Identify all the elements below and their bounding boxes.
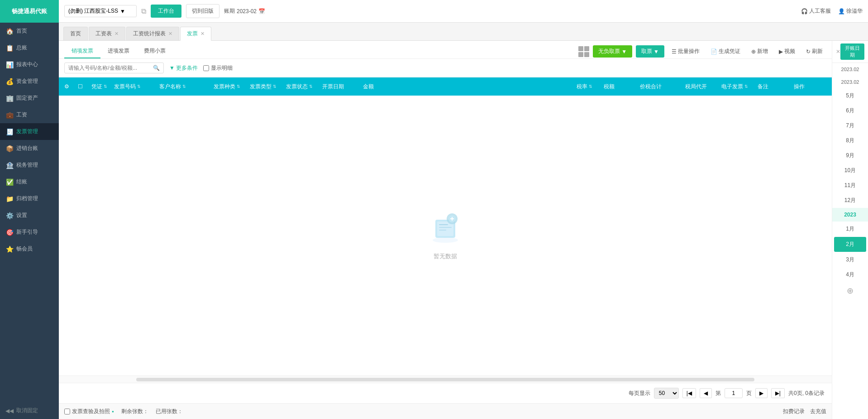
date-month-3[interactable]: 3月 xyxy=(832,252,868,267)
company-selector[interactable]: (勿删) 江西股宝-LSS ▼ xyxy=(64,5,137,17)
service-button[interactable]: 🎧 人工客服 xyxy=(801,7,831,15)
show-detail-label[interactable]: 显示明细 xyxy=(203,64,233,72)
calendar-icon: 📅 xyxy=(258,8,265,14)
archive-icon: 📁 xyxy=(5,195,14,202)
date-month-8[interactable]: 8月 xyxy=(832,133,868,148)
tab-salary[interactable]: 工资表 ✕ xyxy=(89,27,125,40)
used-text: 已用张数： xyxy=(156,408,183,415)
th-customer-label: 客户名称 xyxy=(159,83,181,91)
show-detail-checkbox[interactable] xyxy=(203,65,209,71)
video-button[interactable]: ▶ 视频 xyxy=(775,45,799,58)
sidebar-item-assets[interactable]: 🏢 固定资产 xyxy=(0,90,59,106)
tab-invoice[interactable]: 发票 ✕ xyxy=(180,27,211,41)
close-tab-salary[interactable]: ✕ xyxy=(114,31,119,37)
sidebar-unpin-button[interactable]: ◀◀ 取消固定 xyxy=(0,402,59,419)
scrollbar-track[interactable] xyxy=(136,378,754,381)
search-icon: 🔍 xyxy=(153,65,160,71)
next-page-button[interactable]: ▶ xyxy=(755,388,768,398)
sidebar-item-home[interactable]: 🏠 首页 xyxy=(0,23,59,39)
tab-home[interactable]: 首页 xyxy=(63,27,88,40)
purchase-icon: 📦 xyxy=(5,145,14,152)
deduction-record-link[interactable]: 扣费记录 xyxy=(783,408,805,415)
date-month-6[interactable]: 6月 xyxy=(832,103,868,118)
close-tab-invoice[interactable]: ✕ xyxy=(200,31,205,37)
no-tax-ticket-button[interactable]: 无负取票 ▼ xyxy=(593,45,632,58)
sort-icon[interactable]: ⇅ xyxy=(589,84,592,89)
batch-icon: ☰ xyxy=(672,48,677,55)
first-page-button[interactable]: |◀ xyxy=(682,388,696,398)
sort-icon[interactable]: ⇅ xyxy=(137,84,141,89)
date-month-10[interactable]: 10月 xyxy=(832,163,868,178)
expand-date-icon[interactable]: ⊕ xyxy=(847,286,854,296)
sidebar-item-settings[interactable]: ⚙️ 设置 xyxy=(0,207,59,224)
total-info: 共0页, 0条记录 xyxy=(788,390,825,397)
generate-cert-button[interactable]: 📄 生成凭证 xyxy=(707,45,744,58)
sidebar-item-label: 资金管理 xyxy=(16,77,38,85)
sort-icon[interactable]: ⇅ xyxy=(273,84,277,89)
get-ticket-button[interactable]: 取票 ▼ xyxy=(636,45,664,58)
sidebar-item-member[interactable]: ⭐ 畅会员 xyxy=(0,241,59,257)
check-checkbox[interactable] xyxy=(64,409,70,414)
th-total-label: 价税合计 xyxy=(640,83,662,91)
empty-state: 暂无数据 xyxy=(59,96,832,376)
settings-icon: ⚙️ xyxy=(5,212,14,219)
sidebar-item-archive[interactable]: 📁 归档管理 xyxy=(0,190,59,207)
date-month-1[interactable]: 1月 xyxy=(832,222,868,236)
tab-home-label: 首页 xyxy=(70,30,81,38)
tab-salary-report-label: 工资统计报表 xyxy=(133,30,166,38)
sidebar-item-purchase[interactable]: 📦 进销台账 xyxy=(0,140,59,157)
date-month-5[interactable]: 5月 xyxy=(832,88,868,103)
sub-tab-sales[interactable]: 销项发票 xyxy=(64,44,100,58)
date-panel-close-button[interactable]: ✕ xyxy=(836,48,840,55)
th-checkbox[interactable]: ☐ xyxy=(76,83,90,90)
workspace-button[interactable]: 工作台 xyxy=(151,5,181,18)
sidebar-item-invoice[interactable]: 🧾 发票管理 xyxy=(0,123,59,140)
th-settings[interactable]: ⚙ xyxy=(62,83,76,90)
sub-tab-expense[interactable]: 费用小票 xyxy=(137,44,173,58)
prev-page-button[interactable]: ◀ xyxy=(700,388,712,398)
search-box[interactable]: 🔍 xyxy=(64,63,164,73)
refresh-button[interactable]: ↻ 刷新 xyxy=(802,45,826,58)
date-month-9[interactable]: 9月 xyxy=(832,148,868,163)
sidebar-item-ledger[interactable]: 📋 总账 xyxy=(0,39,59,56)
page-size-select[interactable]: 50 10 20 100 xyxy=(654,388,679,399)
sidebar-item-finance[interactable]: 💰 资金管理 xyxy=(0,73,59,90)
sidebar-item-salary[interactable]: 💼 工资 xyxy=(0,106,59,123)
page-number-input[interactable] xyxy=(725,388,743,398)
more-conditions-button[interactable]: ▼ 更多条件 xyxy=(169,64,198,72)
th-total: 价税合计 xyxy=(638,83,683,91)
open-period-button[interactable]: 开账日期 xyxy=(840,43,864,60)
date-month-11[interactable]: 11月 xyxy=(832,178,868,193)
sub-tab-purchase[interactable]: 进项发票 xyxy=(100,44,137,58)
batch-ops-button[interactable]: ☰ 批量操作 xyxy=(668,45,703,58)
batch-ops-label: 批量操作 xyxy=(678,48,700,55)
topbar: (勿删) 江西股宝-LSS ▼ ⧉ 工作台 切到旧版 账期 2023-02 📅 … xyxy=(59,0,868,23)
sort-icon[interactable]: ⇅ xyxy=(104,84,107,89)
sidebar-item-tax[interactable]: 🏦 税务管理 xyxy=(0,157,59,173)
switch-version-button[interactable]: 切到旧版 xyxy=(186,4,219,18)
recharge-link[interactable]: 去充值 xyxy=(810,408,826,415)
sort-icon[interactable]: ⇅ xyxy=(309,84,313,89)
th-invoice-kind: 发票种类 ⇅ xyxy=(212,83,248,91)
date-month-4[interactable]: 4月 xyxy=(832,267,868,282)
sort-icon[interactable]: ⇅ xyxy=(182,84,186,89)
tab-salary-report[interactable]: 工资统计报表 ✕ xyxy=(126,27,179,40)
search-input[interactable] xyxy=(68,65,151,71)
date-month-2-active[interactable]: 2月 xyxy=(834,237,866,252)
last-page-button[interactable]: ▶| xyxy=(771,388,785,398)
sort-icon[interactable]: ⇅ xyxy=(237,84,240,89)
user-avatar[interactable]: 👤 徐溢华 xyxy=(838,7,863,15)
grid-view-icon[interactable] xyxy=(578,46,589,57)
user-name: 徐溢华 xyxy=(846,7,863,15)
date-month-12[interactable]: 12月 xyxy=(832,193,868,208)
period-info: 账期 2023-02 📅 xyxy=(224,7,265,15)
th-invoice-no: 发票号码 ⇅ xyxy=(112,83,157,91)
pagination: 每页显示 50 10 20 100 |◀ ◀ 第 页 ▶ ▶| 共0页, 0条记… xyxy=(59,383,832,403)
sidebar-item-reports[interactable]: 📊 报表中心 xyxy=(0,56,59,73)
date-month-7[interactable]: 7月 xyxy=(832,118,868,133)
close-tab-salary-report[interactable]: ✕ xyxy=(168,31,172,37)
sidebar-item-guide[interactable]: 🎯 新手引导 xyxy=(0,224,59,241)
sidebar-item-close-accounts[interactable]: ✅ 结账 xyxy=(0,173,59,190)
sort-icon[interactable]: ⇅ xyxy=(744,84,748,89)
new-button[interactable]: ⊕ 新增 xyxy=(748,45,772,58)
